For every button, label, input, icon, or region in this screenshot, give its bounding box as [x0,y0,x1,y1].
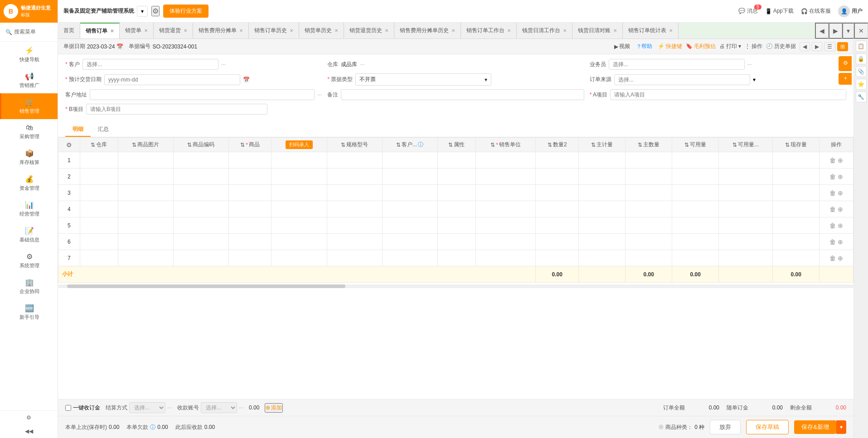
view-video-button[interactable]: ▶ 视频 [612,42,632,51]
col-main-qty[interactable]: ⇅ 主数量 [626,138,672,152]
row-2-main-unit[interactable] [579,168,626,185]
tab-daily-clear[interactable]: 钱货日清工作台 ✕ [517,23,572,39]
tab-fee-split-close[interactable]: ✕ [239,28,243,33]
col-img-sort[interactable]: ⇅ 商品图片 [132,141,159,149]
tab-sales-slip[interactable]: 销货单 ✕ [120,23,154,39]
row-6-delete-button[interactable]: 🗑 [829,238,836,245]
grid-view-button[interactable]: ⊞ [837,42,848,51]
history-button[interactable]: 🕘 历史单据 [766,43,796,50]
tab-order-history[interactable]: 销售订单历史 ✕ [249,23,299,39]
message-button[interactable]: 💬 消息 9 [738,7,757,15]
col-code[interactable]: ⇅ 商品编码 [173,138,228,152]
sidebar-item-finance[interactable]: 💰 资金管理 [0,170,58,196]
ops-button[interactable]: ⋮ 操作 [745,43,762,50]
row-1-img[interactable] [118,152,173,168]
industry-plan-button[interactable]: 体验行业方案 [163,5,209,18]
row-6-copy-button[interactable]: ⊕ [838,238,843,245]
row-2-main-qty[interactable] [626,168,672,185]
panel-tool-button[interactable]: 🔧 [856,91,867,102]
tab-return[interactable]: 销货退货 ✕ [154,23,193,39]
row-2-available2[interactable] [719,168,773,185]
tab-stats[interactable]: 销售订单统计表 ✕ [623,23,679,39]
logistics-side-button[interactable]: + 物流 [839,73,852,85]
row-7-delete-button[interactable]: 🗑 [829,255,836,262]
row-5-copy-button[interactable]: ⊕ [838,222,843,229]
col-available2-sort[interactable]: ⇅ 可用量... [732,141,759,149]
col-spec[interactable]: ⇅ 规格型号 [327,138,382,152]
col-code-sort[interactable]: ⇅ 商品编码 [187,141,214,149]
quickpay-checkbox[interactable]: 一键收订金 [65,404,100,412]
panel-clipboard-button[interactable]: 📋 [856,41,867,52]
account-expand[interactable]: ··· [239,404,243,411]
b-project-input[interactable] [86,104,267,115]
sidebar-item-purchase[interactable]: 🛍 采购管理 [0,119,58,144]
row-2-delete-button[interactable]: 🗑 [829,173,836,180]
row-1-scan[interactable] [272,152,327,168]
app-download-button[interactable]: 📱 App下载 [765,7,794,15]
row-2-attr[interactable] [437,168,475,185]
tab-order-workbench[interactable]: 销售订单工作台 ✕ [461,23,517,39]
print-button[interactable]: 🖨 打印 ▾ [719,43,741,50]
sidebar-footer-collapse[interactable]: ◀◀ [0,424,58,438]
row-3-copy-button[interactable]: ⊕ [838,189,843,197]
row-1-available[interactable] [672,152,719,168]
tab-fee-split-history-close[interactable]: ✕ [451,28,455,33]
save-draft-button[interactable]: 保存草稿 [746,420,789,434]
warehouse-expand[interactable]: ··· [360,61,364,67]
row-1-available2[interactable] [719,152,773,168]
tab-nav-next[interactable]: ▶ [829,23,842,39]
staff-expand[interactable]: ··· [747,61,752,67]
search-area[interactable]: 🔍 搜索菜单 [0,23,58,42]
row-2-warehouse[interactable] [80,168,118,185]
scan-input-button[interactable]: 扫码录入 [286,140,313,149]
row-1-attr[interactable] [437,152,475,168]
settings-side-button[interactable]: ⚙ 设置 [839,56,852,71]
row-1-spec[interactable] [327,152,382,168]
tab-summary[interactable]: 汇总 [91,123,116,137]
topbar-gear-button[interactable]: ⚙ [151,6,160,16]
row-1-main-unit[interactable] [579,152,626,168]
account-select[interactable]: 选择... [201,402,237,413]
customer-expand[interactable]: ··· [221,61,226,67]
delivery-date-picker[interactable]: 📅 [243,77,250,83]
col-goods[interactable]: ⇅ * 商品 [228,138,272,152]
col-spec-sort[interactable]: ⇅ 规格型号 [341,141,368,149]
col-main-qty-sort[interactable]: ⇅ 主数量 [638,141,659,149]
a-project-input[interactable] [610,89,846,100]
col-warehouse[interactable]: ⇅ 仓库 [80,138,118,152]
help-button[interactable]: ? 帮助 [635,42,654,51]
tab-return-history-close[interactable]: ✕ [385,28,388,33]
tab-nav-dropdown[interactable]: ▾ [842,23,854,39]
remark-input[interactable] [341,89,584,100]
col-attr[interactable]: ⇅ 属性 [437,138,475,152]
col-settings[interactable]: ⚙ [58,138,80,152]
sidebar-item-system[interactable]: ⚙ 系统管理 [0,248,58,274]
tab-nav-prev[interactable]: ◀ [815,23,829,39]
sidebar-item-basic-info[interactable]: 📝 基础信息 [0,222,58,248]
sidebar-item-inventory[interactable]: 📦 库存核算 [0,144,58,170]
add-account-button[interactable]: ⊕ 添加 [265,403,283,413]
address-input[interactable] [90,89,315,100]
settle-expand[interactable]: ··· [167,404,172,411]
col-main-unit[interactable]: ⇅ 主计量 [579,138,626,152]
row-1-main-qty[interactable] [626,152,672,168]
row-3-delete-button[interactable]: 🗑 [829,189,836,197]
col-current-sort[interactable]: ⇅ 现存量 [785,141,807,149]
col-customer[interactable]: ⇅ 客户... ⓘ [382,138,437,152]
quickpay-checkbox-input[interactable] [65,405,71,411]
settle-select[interactable]: 选择... [129,402,165,413]
row-1-customer[interactable] [382,152,437,168]
staff-input[interactable] [609,59,745,70]
col-available[interactable]: ⇅ 可用量 [672,138,719,152]
col-goods-sort[interactable]: ⇅ * 商品 [240,141,260,149]
order-source-input[interactable] [614,74,750,85]
tab-nav-close-all[interactable]: ✕ [854,23,868,39]
list-view-button[interactable]: ☰ [824,42,835,51]
row-2-customer[interactable] [382,168,437,185]
tab-slip-history[interactable]: 销货单历史 ✕ [299,23,344,39]
sidebar-item-guide[interactable]: 🆕 新手引导 [0,299,58,325]
next-record-button[interactable]: ▶ [812,42,822,51]
row-2-copy-button[interactable]: ⊕ [838,173,843,180]
col-warehouse-sort[interactable]: ⇅ 仓库 [91,141,107,149]
tab-slip-history-close[interactable]: ✕ [335,28,338,33]
